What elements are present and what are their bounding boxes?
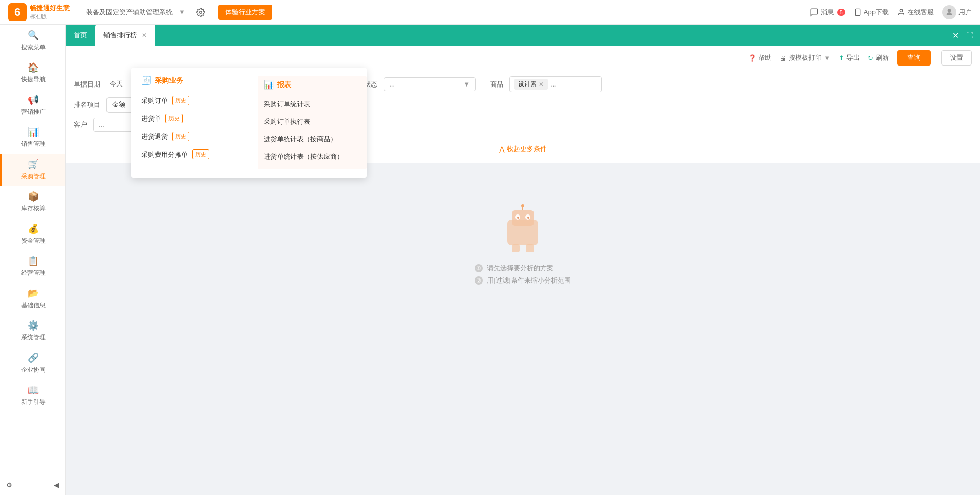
sidebar-item-newbie[interactable]: 📖 新手引导: [0, 379, 65, 412]
brand-version: 标准版: [30, 13, 70, 20]
status-arrow-icon: ▼: [463, 80, 470, 88]
marketing-icon: 📢: [28, 94, 39, 105]
svg-rect-13: [512, 244, 520, 252]
sidebar-item-enterprise-label: 企业协同: [21, 365, 46, 374]
query-button[interactable]: 查询: [897, 50, 931, 66]
refresh-icon: ↻: [868, 54, 874, 62]
svg-point-0: [200, 11, 202, 13]
enterprise-icon: 🔗: [28, 352, 39, 363]
hint2-dot: ②: [475, 276, 483, 285]
menu-item-inbound-stats-supplier[interactable]: 进货单统计表（按供应商）: [262, 148, 363, 165]
system-title: 装备及固定资产辅助管理系统: [86, 8, 173, 17]
svg-rect-6: [512, 210, 534, 226]
menu-item-purchase-order-exec[interactable]: 采购订单执行表: [262, 113, 363, 131]
tab-sales-rank[interactable]: 销售排行榜 ✕: [95, 25, 155, 46]
return-history-tag: 历史: [172, 132, 189, 141]
purchase-order-label: 采购订单: [141, 96, 168, 105]
tab-window-close[interactable]: ✕: [949, 29, 962, 41]
home-icon: 🏠: [28, 62, 39, 73]
tab-bar: 首页 销售排行榜 ✕ ✕ ⛶: [66, 25, 980, 46]
report-section-label: 报表: [277, 80, 291, 90]
sidebar-item-system[interactable]: ⚙️ 系统管理: [0, 315, 65, 347]
empty-illustration: [492, 204, 553, 255]
date-label: 单据日期: [74, 80, 100, 89]
sidebar-item-sales[interactable]: 📊 销售管理: [0, 121, 65, 154]
hint1-dot: ①: [475, 264, 483, 272]
sidebar-settings-icon[interactable]: ⚙: [6, 481, 12, 489]
settings-icon[interactable]: [194, 5, 208, 19]
sidebar-item-capital[interactable]: 💰 资金管理: [0, 218, 65, 250]
online-service-button[interactable]: 在线客服: [897, 8, 934, 17]
export-icon: ⬆: [839, 54, 844, 62]
sidebar-item-inventory[interactable]: 📦 库存核算: [0, 186, 65, 218]
collapse-button[interactable]: ⋀ 收起更多条件: [491, 141, 555, 157]
user-avatar: [942, 5, 956, 19]
menu-item-inbound[interactable]: 进货单 历史: [139, 110, 241, 127]
customer-placeholder: ...: [99, 121, 104, 128]
cost-alloc-label: 采购费用分摊单: [141, 150, 188, 159]
system-title-arrow: ▼: [179, 8, 185, 16]
app-download-button[interactable]: App下载: [854, 8, 889, 17]
menu-item-return[interactable]: 进货退货 历史: [139, 127, 241, 145]
refresh-label: 刷新: [876, 53, 889, 62]
inventory-icon: 📦: [28, 191, 39, 202]
refresh-button[interactable]: ↻ 刷新: [868, 53, 889, 62]
sidebar-item-marketing[interactable]: 📢 营销推广: [0, 89, 65, 121]
system-icon: ⚙️: [28, 320, 39, 331]
sidebar-bottom: ⚙ ◀: [0, 475, 65, 495]
top-bar: 6 畅捷通好生意 标准版 装备及固定资产辅助管理系统 ▼ 体验行业方案 消息 5: [0, 0, 980, 25]
top-bar-left: 6 畅捷通好生意 标准版 装备及固定资产辅助管理系统 ▼ 体验行业方案: [8, 3, 272, 21]
industry-button[interactable]: 体验行业方案: [218, 5, 272, 20]
purchase-section-label: 采购业务: [155, 76, 183, 85]
print-icon: 🖨: [780, 54, 786, 62]
svg-rect-1: [855, 9, 860, 15]
sidebar-item-basic-label: 基础信息: [21, 301, 46, 310]
message-button[interactable]: 消息 5: [809, 8, 845, 17]
goods-tag-remove[interactable]: ✕: [539, 81, 544, 88]
empty-hint2-text: 用[过滤]条件来缩小分析范围: [487, 276, 570, 285]
main-content: ❓ 帮助 🖨 按模板打印 ▼ ⬆ 导出 ↻ 刷新: [66, 46, 980, 495]
inbound-stats-goods-label: 进货单统计表（按商品）: [264, 135, 337, 144]
sidebar-item-sales-label: 销售管理: [21, 140, 46, 148]
sidebar-item-quick[interactable]: 🏠 快捷导航: [0, 57, 65, 89]
inbound-label: 进货单: [141, 114, 161, 123]
settings-button[interactable]: 设置: [941, 50, 972, 66]
tab-window-maximize[interactable]: ⛶: [964, 29, 976, 41]
inbound-stats-supplier-label: 进货单统计表（按供应商）: [264, 152, 344, 161]
tab-bar-right: ✕ ⛶: [949, 29, 980, 41]
menu-item-purchase-order[interactable]: 采购订单 历史: [139, 92, 241, 110]
menu-divider: [253, 76, 253, 169]
report-section-title: 📊 报表: [262, 80, 363, 90]
sidebar-item-search-label: 搜索菜单: [21, 43, 46, 52]
basic-icon: 📂: [28, 288, 39, 299]
report-menu-section: 📊 报表 采购订单统计表 采购订单执行表 进货单统计表（按商品）: [258, 76, 367, 169]
print-button[interactable]: 🖨 按模板打印 ▼: [780, 53, 830, 62]
goods-field[interactable]: 设计素 ✕ ...: [509, 76, 602, 92]
return-label: 进货退货: [141, 132, 168, 141]
app-container: 6 畅捷通好生意 标准版 装备及固定资产辅助管理系统 ▼ 体验行业方案 消息 5: [0, 0, 980, 495]
svg-point-4: [948, 9, 951, 12]
sidebar-item-newbie-label: 新手引导: [21, 398, 46, 406]
logo-icon: 6: [8, 3, 27, 21]
tab-home[interactable]: 首页: [66, 25, 95, 46]
status-select[interactable]: ... ▼: [384, 77, 476, 91]
export-button[interactable]: ⬆ 导出: [839, 53, 860, 62]
purchase-order-stats-label: 采购订单统计表: [264, 100, 310, 109]
sidebar-collapse-icon[interactable]: ◀: [54, 481, 59, 489]
tab-close-icon[interactable]: ✕: [142, 32, 147, 39]
sidebar-item-purchase[interactable]: 🛒 采购管理: [0, 154, 65, 186]
sidebar-item-inventory-label: 库存核算: [21, 204, 46, 213]
date-today[interactable]: 今天: [106, 78, 126, 90]
user-button[interactable]: 用户: [942, 5, 972, 19]
sidebar-item-search[interactable]: 🔍 搜索菜单: [0, 25, 65, 57]
menu-item-inbound-stats-goods[interactable]: 进货单统计表（按商品）: [262, 131, 363, 148]
menu-item-cost-alloc[interactable]: 采购费用分摊单 历史: [139, 145, 241, 163]
menu-item-purchase-order-stats[interactable]: 采购订单统计表: [262, 96, 363, 113]
sidebar-item-basic[interactable]: 📂 基础信息: [0, 283, 65, 315]
collapse-label: 收起更多条件: [507, 144, 547, 154]
empty-hint-1: ① 请先选择要分析的方案: [475, 264, 570, 273]
svg-point-12: [521, 204, 524, 207]
help-button[interactable]: ❓ 帮助: [748, 53, 772, 62]
sidebar-item-operation[interactable]: 📋 经营管理: [0, 250, 65, 283]
sidebar-item-enterprise[interactable]: 🔗 企业协同: [0, 347, 65, 379]
